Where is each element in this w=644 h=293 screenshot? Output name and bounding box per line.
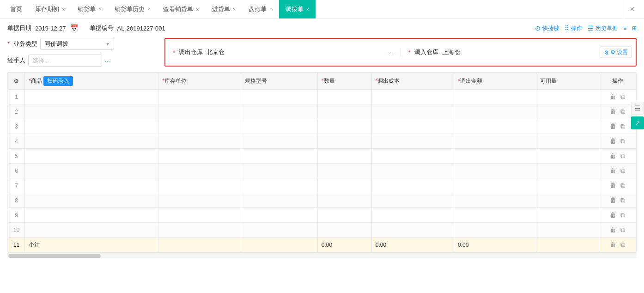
- cell-spec[interactable]: [241, 90, 317, 104]
- cell-cost[interactable]: [371, 193, 454, 208]
- cell-available[interactable]: [536, 119, 599, 134]
- cell-available[interactable]: [536, 104, 599, 119]
- cell-product[interactable]: [25, 134, 158, 149]
- cell-available[interactable]: [536, 90, 599, 104]
- tab-transfer-close[interactable]: ×: [306, 6, 309, 12]
- cell-amount[interactable]: [454, 119, 536, 134]
- cell-qty[interactable]: [317, 149, 371, 164]
- cell-cost[interactable]: [371, 223, 454, 238]
- cell-unit[interactable]: [158, 149, 241, 164]
- shortcuts-button[interactable]: ⊙ 快捷键: [535, 24, 559, 32]
- history-button[interactable]: ☰ 历史单据: [588, 24, 618, 32]
- cell-amount[interactable]: [454, 134, 536, 149]
- cell-unit[interactable]: [158, 223, 241, 238]
- cell-unit[interactable]: [158, 90, 241, 104]
- cell-spec[interactable]: [241, 104, 317, 119]
- tab-purchase-close[interactable]: ×: [233, 6, 236, 12]
- cell-spec[interactable]: [241, 134, 317, 149]
- cell-product[interactable]: [25, 149, 158, 164]
- copy-icon[interactable]: ⧉: [620, 137, 625, 145]
- cell-available[interactable]: [536, 193, 599, 208]
- cell-product[interactable]: [25, 193, 158, 208]
- cell-spec[interactable]: [241, 164, 317, 178]
- tab-view-sales-close[interactable]: ×: [196, 6, 199, 12]
- cell-cost[interactable]: [371, 90, 454, 104]
- cell-amount[interactable]: [454, 178, 536, 193]
- delete-icon[interactable]: 🗑: [610, 137, 616, 145]
- delete-icon[interactable]: 🗑: [610, 108, 616, 115]
- cell-cost[interactable]: [371, 164, 454, 178]
- sidebar-list-button[interactable]: ☰: [631, 102, 644, 115]
- copy-icon[interactable]: ⧉: [620, 226, 625, 233]
- delete-icon[interactable]: 🗑: [610, 152, 616, 159]
- cell-amount[interactable]: [454, 193, 536, 208]
- cell-product[interactable]: [25, 90, 158, 104]
- copy-icon[interactable]: ⧉: [620, 152, 625, 159]
- cell-qty[interactable]: [317, 134, 371, 149]
- cell-spec[interactable]: [241, 178, 317, 193]
- cell-cost[interactable]: [371, 149, 454, 164]
- scan-button[interactable]: 扫码录入: [43, 76, 73, 86]
- cell-available[interactable]: [536, 178, 599, 193]
- tab-inventory[interactable]: 盘点单 ×: [242, 0, 279, 18]
- cell-unit[interactable]: [158, 193, 241, 208]
- cell-spec[interactable]: [241, 149, 317, 164]
- handler-input[interactable]: 选择...: [28, 55, 102, 67]
- cell-amount[interactable]: [454, 149, 536, 164]
- tab-purchase[interactable]: 进货单 ×: [206, 0, 242, 18]
- delete-icon[interactable]: 🗑: [610, 182, 616, 189]
- cell-amount[interactable]: [454, 90, 536, 104]
- cell-unit[interactable]: [158, 178, 241, 193]
- delete-icon[interactable]: 🗑: [610, 241, 616, 248]
- cell-qty[interactable]: [317, 223, 371, 238]
- tab-inventory-close[interactable]: ×: [269, 6, 272, 12]
- cell-available[interactable]: [536, 164, 599, 178]
- delete-icon[interactable]: 🗑: [610, 93, 616, 100]
- cell-spec[interactable]: [241, 193, 317, 208]
- cell-unit[interactable]: [158, 104, 241, 119]
- close-all-tabs-button[interactable]: ×: [624, 0, 640, 18]
- operations-button[interactable]: ⠿ 操作: [565, 24, 582, 32]
- cell-cost[interactable]: [371, 208, 454, 223]
- copy-icon[interactable]: ⧉: [620, 108, 625, 115]
- delete-icon[interactable]: 🗑: [610, 211, 616, 219]
- copy-icon[interactable]: ⧉: [620, 167, 625, 174]
- cell-qty[interactable]: [317, 90, 371, 104]
- copy-icon[interactable]: ⧉: [620, 93, 625, 100]
- cell-amount[interactable]: [454, 208, 536, 223]
- settings-button[interactable]: ⚙ ⚙ 设置: [600, 47, 632, 58]
- cell-product[interactable]: [25, 208, 158, 223]
- cell-cost[interactable]: [371, 178, 454, 193]
- tab-sales-history-close[interactable]: ×: [147, 6, 150, 12]
- tab-transfer[interactable]: 调拨单 ×: [279, 0, 316, 18]
- cell-qty[interactable]: [317, 119, 371, 134]
- delete-icon[interactable]: 🗑: [610, 196, 616, 204]
- cell-cost[interactable]: [371, 119, 454, 134]
- cell-qty[interactable]: [317, 208, 371, 223]
- handler-more-btn[interactable]: ···: [105, 57, 110, 64]
- cell-amount[interactable]: [454, 223, 536, 238]
- cell-spec[interactable]: [241, 223, 317, 238]
- calendar-icon[interactable]: 📅: [70, 24, 79, 32]
- layout-toggle-1[interactable]: ≡: [623, 25, 626, 31]
- tab-stock-init[interactable]: 库存期初 ×: [29, 0, 71, 18]
- cell-cost[interactable]: [371, 104, 454, 119]
- cell-amount[interactable]: [454, 104, 536, 119]
- cell-available[interactable]: [536, 134, 599, 149]
- delete-icon[interactable]: 🗑: [610, 226, 616, 233]
- cell-product[interactable]: [25, 164, 158, 178]
- horizontal-scrollbar[interactable]: [7, 253, 637, 258]
- tab-view-sales[interactable]: 查看销货单 ×: [157, 0, 205, 18]
- cell-qty[interactable]: [317, 104, 371, 119]
- copy-icon[interactable]: ⧉: [620, 241, 625, 248]
- cell-unit[interactable]: [158, 164, 241, 178]
- cell-unit[interactable]: [158, 208, 241, 223]
- cell-product[interactable]: [25, 104, 158, 119]
- cell-amount[interactable]: [454, 164, 536, 178]
- tab-sales-history[interactable]: 销货单历史 ×: [108, 0, 157, 18]
- cell-unit[interactable]: [158, 119, 241, 134]
- cell-product[interactable]: [25, 223, 158, 238]
- cell-qty[interactable]: [317, 164, 371, 178]
- cell-cost[interactable]: [371, 134, 454, 149]
- cell-spec[interactable]: [241, 208, 317, 223]
